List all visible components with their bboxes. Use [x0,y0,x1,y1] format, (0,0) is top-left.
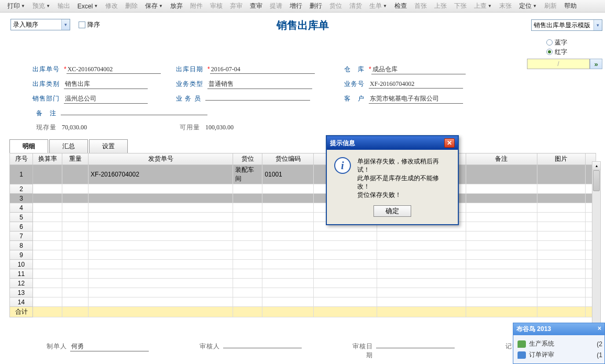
table-row[interactable]: 10 [10,260,596,269]
table-row[interactable]: 5 [10,213,596,222]
cell[interactable] [262,241,314,250]
cell[interactable] [466,241,537,250]
cell[interactable] [89,269,233,279]
cell[interactable] [62,231,89,241]
footer-input[interactable] [223,348,302,348]
cell[interactable] [33,222,62,231]
cell[interactable]: 10 [10,260,33,269]
cell[interactable] [33,184,62,194]
footer-input[interactable]: 何勇 [70,342,149,351]
cell[interactable] [537,165,585,184]
cell[interactable] [89,279,233,288]
cell[interactable] [33,250,62,260]
cell[interactable] [89,241,233,250]
radio-red[interactable]: 红字 [546,47,567,57]
cell[interactable] [377,279,466,288]
table-row[interactable]: 7 [10,231,596,241]
cell[interactable] [466,194,537,203]
toolbar-检查[interactable]: 检查 [391,1,410,11]
table-row[interactable]: 12 [10,279,596,288]
toolbar-放弃[interactable]: 放弃 [167,1,186,11]
field-input[interactable]: XF-20160704002 [369,80,463,89]
cell[interactable] [33,297,62,307]
cell[interactable]: 7 [10,231,33,241]
cell[interactable] [33,213,62,222]
table-row[interactable]: 1XF-20160704002装配车间01001 [10,165,596,184]
cell[interactable] [466,269,537,279]
toolbar-Excel[interactable]: Excel▼ [74,2,101,10]
cell[interactable] [233,203,262,213]
cell[interactable] [89,203,233,213]
cell[interactable] [377,250,466,260]
cell[interactable]: 13 [10,288,33,297]
cell[interactable] [233,250,262,260]
cell[interactable] [33,165,62,184]
cell[interactable] [466,250,537,260]
cell[interactable] [466,279,537,288]
cell[interactable]: XF-20160704002 [89,165,233,184]
vertical-scrollbar[interactable] [592,161,601,328]
cell[interactable] [537,297,585,307]
cell[interactable] [466,222,537,231]
tab-汇总[interactable]: 汇总 [49,139,88,153]
col-header[interactable]: 图片 [537,153,585,165]
cell[interactable]: 4 [10,203,33,213]
cell[interactable] [466,260,537,269]
popup-close-icon[interactable]: × [598,325,601,334]
cell[interactable] [33,231,62,241]
cell[interactable]: 11 [10,269,33,279]
cell[interactable] [233,213,262,222]
cell[interactable] [262,279,314,288]
cell[interactable] [466,288,537,297]
cell[interactable] [262,184,314,194]
cell[interactable] [537,260,585,269]
cell[interactable] [89,288,233,297]
template-select[interactable]: 销售出库单显示模版 ▾ [531,19,602,31]
cell[interactable] [314,288,377,297]
cell[interactable] [33,203,62,213]
field-input[interactable]: 东莞市铭基电子有限公司 [369,94,463,104]
cell[interactable] [89,184,233,194]
cell[interactable] [233,260,262,269]
cell[interactable] [262,260,314,269]
cell[interactable] [377,269,466,279]
cell[interactable] [537,241,585,250]
toolbar-删行[interactable]: 删行 [306,1,325,11]
footer-input[interactable] [376,348,455,348]
search-input[interactable]: / [527,59,590,69]
cell[interactable]: 6 [10,222,33,231]
cell[interactable] [537,203,585,213]
cell[interactable] [262,222,314,231]
cell[interactable] [62,250,89,260]
cell[interactable]: 2 [10,184,33,194]
cell[interactable] [233,297,262,307]
table-row[interactable]: 8 [10,241,596,250]
cell[interactable] [466,184,537,194]
cell[interactable] [537,213,585,222]
toolbar-保存[interactable]: 保存▼ [142,1,166,11]
cell[interactable]: 9 [10,250,33,260]
popup-item[interactable]: 生产系统(2 [518,338,600,349]
ok-button[interactable]: 确定 [373,205,411,217]
cell[interactable] [262,250,314,260]
cell[interactable] [33,194,62,203]
cell[interactable] [377,297,466,307]
tab-设置[interactable]: 设置 [89,139,128,153]
cell[interactable] [233,231,262,241]
cell[interactable] [537,288,585,297]
scroll-up-icon[interactable]: ▴ [592,161,601,170]
cell[interactable] [33,260,62,269]
cell[interactable] [537,279,585,288]
cell[interactable] [466,203,537,213]
cell[interactable] [537,250,585,260]
cell[interactable] [233,184,262,194]
field-input[interactable]: 2016-07-04 [210,65,315,74]
cell[interactable] [233,241,262,250]
cell[interactable]: 5 [10,213,33,222]
cell[interactable] [62,165,89,184]
col-header[interactable]: 序号 [10,153,33,165]
cell[interactable] [62,260,89,269]
cell[interactable] [466,165,537,184]
table-row[interactable]: 3 [10,194,596,203]
col-header[interactable]: 货位 [233,153,262,165]
